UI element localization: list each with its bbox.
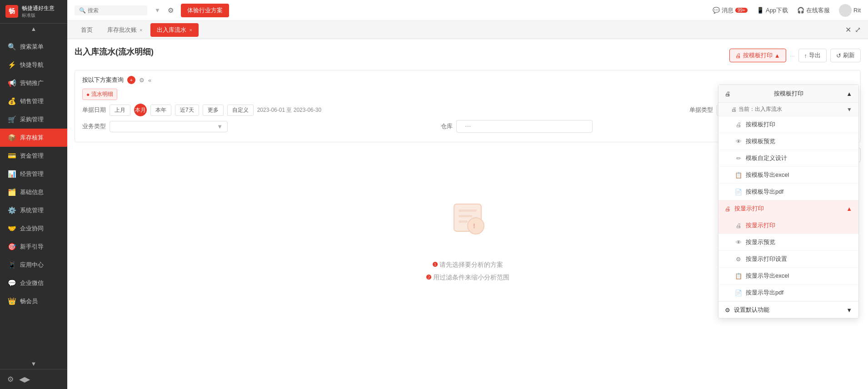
svg-rect-1: [459, 209, 477, 212]
item-icon-template-preview: 👁: [735, 138, 742, 145]
user-profile[interactable]: Rit: [839, 4, 861, 17]
print-template-btn[interactable]: 🖨 按模板打印 ▲: [729, 49, 786, 62]
date-last-month[interactable]: 上月: [110, 105, 130, 116]
filter-add-btn[interactable]: +: [127, 76, 135, 84]
sidebar-item-inventory[interactable]: 📦 库存核算: [0, 129, 67, 147]
sidebar-item-system[interactable]: ⚙️ 系统管理: [0, 201, 67, 219]
dropdown-item-display-print-settings[interactable]: ⚙ 按显示打印设置: [718, 251, 858, 268]
dropdown-item-display-export-pdf[interactable]: 📄 按显示导出pdf: [718, 284, 858, 301]
refresh-btn[interactable]: ↺ 刷新: [830, 49, 861, 62]
sidebar-item-finance[interactable]: 💳 资金管理: [0, 147, 67, 165]
avatar: [839, 4, 852, 17]
refresh-icon: ↺: [836, 52, 841, 59]
svg-text:!: !: [473, 222, 475, 229]
tab-stock-flow-label: 出入库流水: [157, 26, 186, 34]
svg-point-4: [468, 218, 484, 234]
item-icon-display-print-settings: ⚙: [735, 255, 742, 263]
header-search-input[interactable]: [88, 7, 143, 14]
business-type-select[interactable]: ▼: [110, 121, 228, 132]
display-items-section: 🖨 按显示打印 👁 按显示预览 ⚙ 按显示打印设置 📋 按显示导出excel 📄…: [718, 217, 858, 301]
dropdown-panel: 🖨 按模板打印 ▲ 🖨 当前：出入库流水 ▼ 🖨 按模板打印 👁 按模板预览 ✏…: [718, 85, 859, 319]
date-this-month[interactable]: 本月: [134, 104, 147, 116]
date-more[interactable]: 更多: [203, 105, 224, 116]
sidebar-label-system: 系统管理: [20, 206, 44, 214]
warehouse-more-icon[interactable]: ···: [463, 122, 473, 130]
default-setting-arrow: ▼: [846, 307, 852, 314]
user-name: Rit: [853, 7, 861, 14]
tab-home[interactable]: 首页: [75, 23, 99, 37]
item-icon-display-export-pdf: 📄: [735, 289, 742, 296]
sidebar-item-search[interactable]: 🔍 搜索菜单: [0, 38, 67, 56]
export-btn[interactable]: ↑ 导出: [798, 49, 827, 62]
message-label: 消息: [722, 6, 733, 15]
filter-collapse-icon[interactable]: «: [148, 77, 151, 84]
print-dropdown-arrow[interactable]: ▲: [774, 52, 780, 59]
filter-label-text: 按以下方案查询: [82, 76, 124, 84]
sidebar-item-sales[interactable]: 💰 销售管理: [0, 92, 67, 110]
online-service-btn[interactable]: 🎧 在线客服: [797, 6, 830, 15]
date-custom[interactable]: 自定义: [227, 105, 254, 116]
sidebar-item-marketing[interactable]: 📢 营销推广: [0, 74, 67, 92]
warehouse-select[interactable]: ···: [456, 120, 593, 133]
sidebar-item-wechat[interactable]: 💬 企业微信: [0, 274, 67, 292]
header-search-box[interactable]: 🔍: [75, 5, 147, 15]
main-content: 🔍 ▼ ⚙ 体验行业方案 💬 消息 99+ 📱 App下载 🎧 在线客服: [67, 0, 868, 389]
current-label-row[interactable]: 🖨 当前：出入库流水 ▼: [718, 103, 858, 116]
sidebar-bottom: ⚙ ◀▶: [0, 369, 67, 389]
sidebar-item-purchase[interactable]: 🛒 采购管理: [0, 110, 67, 129]
date-7days[interactable]: 近7天: [175, 105, 199, 116]
sidebar-logo: 畅 畅捷通好生意 标准版: [0, 0, 67, 24]
dropdown-item-template-preview[interactable]: 👁 按模板预览: [718, 133, 858, 150]
sidebar-item-quick-nav[interactable]: ⚡ 快捷导航: [0, 56, 67, 74]
dropdown-item-template-export-excel[interactable]: 📋 按模板导出excel: [718, 167, 858, 184]
settings-icon[interactable]: ⚙: [7, 375, 14, 384]
sidebar-label-search: 搜索菜单: [20, 43, 44, 51]
default-setting-row[interactable]: ⚙ 设置默认功能 ▼: [718, 301, 858, 318]
dropdown-item-display-preview[interactable]: 👁 按显示预览: [718, 234, 858, 251]
sidebar-item-collab[interactable]: 🤝 企业协同: [0, 219, 67, 238]
display-section-label: 按显示打印: [734, 204, 764, 213]
sidebar-icon-finance: 💳: [7, 151, 16, 160]
dropdown-panel-header[interactable]: 🖨 按模板打印 ▲: [718, 85, 858, 103]
sidebar-item-guide[interactable]: 🎯 新手引导: [0, 238, 67, 256]
dropdown-item-template-export-pdf[interactable]: 📄 按模板导出pdf: [718, 184, 858, 200]
sidebar-scroll-up[interactable]: ▲: [0, 24, 67, 34]
display-section-arrow: ▲: [846, 205, 852, 212]
date-this-year[interactable]: 本年: [150, 105, 171, 116]
collapse-icon[interactable]: ◀▶: [19, 375, 30, 384]
sidebar-item-basic[interactable]: 🗂️ 基础信息: [0, 183, 67, 201]
sidebar-icon-search: 🔍: [7, 42, 16, 51]
tab-expand-btn[interactable]: ⤢: [855, 25, 861, 34]
filter-settings-icon[interactable]: ⚙: [139, 77, 145, 84]
sidebar-label-quick-nav: 快捷导航: [20, 61, 44, 69]
app-download-btn[interactable]: 📱 App下载: [757, 6, 788, 15]
warehouse-field: 仓库 ···: [441, 120, 593, 133]
message-icon: 💬: [713, 7, 720, 14]
header-search-icon: 🔍: [79, 7, 86, 14]
sidebar-item-operation[interactable]: 📊 经营管理: [0, 165, 67, 183]
tab-inventory-batch-close[interactable]: ×: [140, 27, 142, 33]
tab-stock-flow-close[interactable]: ×: [189, 27, 192, 33]
tab-inventory-batch[interactable]: 库存批次账 ×: [101, 23, 149, 37]
tab-stock-flow[interactable]: 出入库流水 ×: [150, 23, 198, 37]
dropdown-item-template-print[interactable]: 🖨 按模板打印: [718, 116, 858, 133]
dropdown-item-display-print[interactable]: 🖨 按显示打印: [718, 217, 858, 234]
step1-num: ❶: [432, 261, 440, 268]
sidebar-item-membership[interactable]: 👑 畅会员: [0, 292, 67, 310]
sidebar-label-finance: 资金管理: [20, 152, 44, 160]
business-type-label: 业务类型: [82, 122, 106, 130]
header-dropdown-arrow[interactable]: ▼: [155, 7, 160, 14]
sidebar-item-app-center[interactable]: 📱 应用中心: [0, 256, 67, 274]
online-service-label: 在线客服: [806, 6, 830, 15]
header-gear-icon[interactable]: ⚙: [168, 6, 174, 15]
active-filter-chip[interactable]: ● 流水明细: [82, 89, 117, 100]
display-section-title[interactable]: 🖨 按显示打印 ▲: [718, 200, 858, 217]
sidebar-scroll-down[interactable]: ▼: [0, 359, 67, 369]
dropdown-item-template-custom[interactable]: ✏ 模板自定义设计: [718, 150, 858, 167]
message-btn[interactable]: 💬 消息 99+: [713, 6, 748, 15]
sidebar-label-purchase: 采购管理: [20, 115, 44, 124]
tab-close-window-btn[interactable]: ✕: [845, 25, 851, 34]
dropdown-item-display-export-excel[interactable]: 📋 按显示导出excel: [718, 268, 858, 284]
trial-btn[interactable]: 体验行业方案: [181, 4, 229, 17]
item-label-template-custom: 模板自定义设计: [746, 154, 787, 162]
